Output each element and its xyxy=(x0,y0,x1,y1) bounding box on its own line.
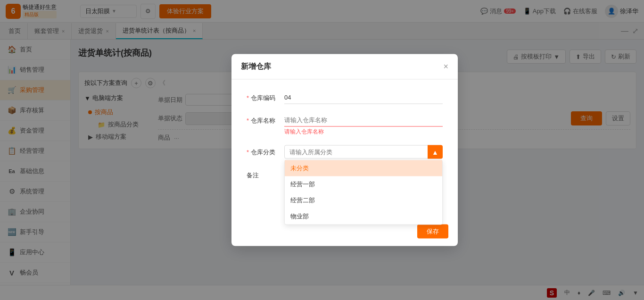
form-row-name: 仓库名称 请输入仓库名称 xyxy=(247,114,443,136)
dropdown-item-3[interactable]: 物业部 xyxy=(285,208,442,225)
dropdown-item-0[interactable]: 未分类 xyxy=(285,160,442,176)
category-dropdown-button[interactable]: ▲ xyxy=(428,145,443,159)
name-error-msg: 请输入仓库名称 xyxy=(284,128,443,136)
chevron-up-icon: ▲ xyxy=(432,148,438,156)
form-row-code: 仓库编码 xyxy=(247,91,443,104)
category-input[interactable] xyxy=(284,145,443,159)
modal-close-button[interactable]: × xyxy=(443,62,448,72)
note-label: 备注 xyxy=(247,168,284,180)
form-row-category: 仓库分类 ▲ 未分类 经营一部 经营二部 物业部 xyxy=(247,145,443,159)
name-input[interactable] xyxy=(284,114,443,127)
modal-header: 新增仓库 × xyxy=(231,54,458,80)
dropdown-item-1[interactable]: 经营一部 xyxy=(285,176,442,192)
code-label: 仓库编码 xyxy=(247,91,284,102)
code-input[interactable] xyxy=(284,91,443,104)
dropdown-item-2[interactable]: 经营二部 xyxy=(285,192,442,208)
category-label: 仓库分类 xyxy=(247,145,284,157)
modal-title: 新增仓库 xyxy=(241,62,271,72)
category-dropdown-list: 未分类 经营一部 经营二部 物业部 xyxy=(284,160,443,225)
name-input-wrap: 请输入仓库名称 xyxy=(284,114,443,136)
name-label: 仓库名称 xyxy=(247,114,284,125)
save-button[interactable]: 保存 xyxy=(417,225,448,239)
code-input-wrap xyxy=(284,91,443,104)
category-select-wrap: ▲ 未分类 经营一部 经营二部 物业部 xyxy=(284,145,443,159)
modal-body: 仓库编码 仓库名称 请输入仓库名称 仓库分类 ▲ 未分类 xyxy=(231,80,458,219)
new-warehouse-modal: 新增仓库 × 仓库编码 仓库名称 请输入仓库名称 仓库分类 ▲ xyxy=(231,54,458,246)
